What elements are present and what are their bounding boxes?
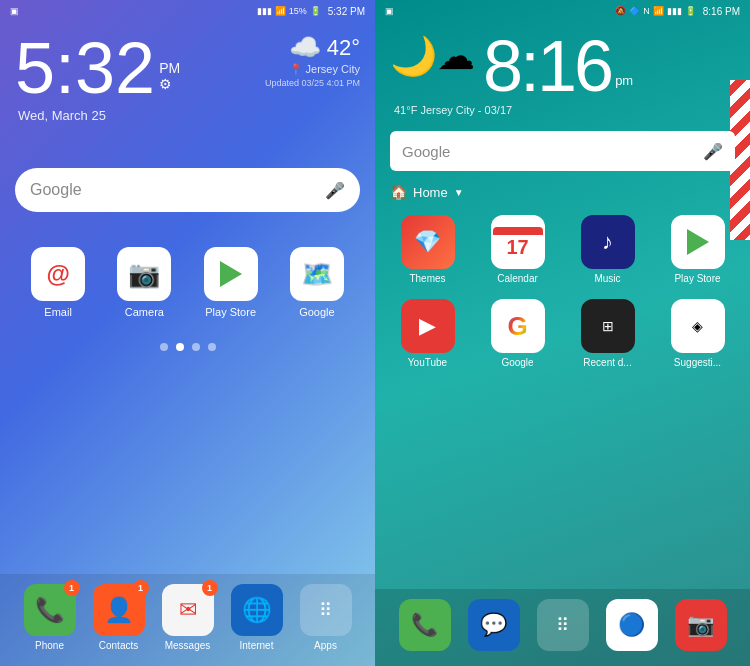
- page-dots: [0, 343, 375, 351]
- weather-temp: 42°: [327, 35, 360, 61]
- dock-apps[interactable]: ⠿ Apps: [300, 584, 352, 651]
- dot-3: [192, 343, 200, 351]
- recent-label: Recent d...: [583, 357, 631, 368]
- app-item-suggestions[interactable]: ◈ Suggesti...: [655, 294, 740, 373]
- dot-4: [208, 343, 216, 351]
- dock-phone[interactable]: 📞 1 Phone: [24, 584, 76, 651]
- app-item-camera[interactable]: 📷 Camera: [109, 247, 179, 318]
- app-item-recent[interactable]: ⊞ Recent d...: [565, 294, 650, 373]
- youtube-label: YouTube: [408, 357, 447, 368]
- contacts-badge: 1: [133, 580, 149, 596]
- right-playstore-label: Play Store: [674, 273, 720, 284]
- left-time: 5:32: [15, 32, 155, 104]
- app-item-right-google[interactable]: G Google: [475, 294, 560, 373]
- camera-label: Camera: [125, 306, 164, 318]
- playstore-label: Play Store: [205, 306, 256, 318]
- app-item-calendar[interactable]: 17 Calendar: [475, 210, 560, 289]
- right-phone-icon: 📞: [399, 599, 451, 651]
- app-item-right-playstore[interactable]: Play Store: [655, 210, 740, 289]
- left-date: Wed, March 25: [15, 108, 180, 123]
- calendar-date: 17: [506, 237, 528, 257]
- left-mic-icon[interactable]: 🎤: [325, 181, 345, 200]
- chat-icon: 💬: [468, 599, 520, 651]
- app-item-playstore[interactable]: Play Store: [196, 247, 266, 318]
- sim-icon: ▣: [10, 6, 19, 16]
- left-status-right: ▮▮▮ 📶 15% 🔋 5:32 PM: [257, 6, 365, 17]
- right-dock: 📞 💬 ⠿ 🔵 📷: [375, 589, 750, 666]
- signal-icon: 📶: [275, 6, 286, 16]
- chevron-down-icon: ▼: [454, 187, 464, 198]
- right-status-bar: ▣ 🔕 🔷 N 📶 ▮▮▮ 🔋 8:16 PM: [375, 0, 750, 22]
- messages-badge: 1: [202, 580, 218, 596]
- internet-label: Internet: [240, 640, 274, 651]
- right-nfc-icon: N: [643, 6, 650, 16]
- right-bt-icon: 🔷: [629, 6, 640, 16]
- left-clock-group: 5:32 PM ⚙ Wed, March 25: [15, 32, 180, 123]
- dock-internet[interactable]: 🌐 Internet: [231, 584, 283, 651]
- right-time-group: 8:16 pm: [483, 30, 633, 102]
- email-label: Email: [44, 306, 72, 318]
- right-status-right: 🔕 🔷 N 📶 ▮▮▮ 🔋 8:16 PM: [615, 6, 740, 17]
- right-app-grid: 💎 Themes 17 Calendar ♪ Music Play Store: [375, 205, 750, 378]
- home-icon: 🏠: [390, 184, 407, 200]
- dock-messages[interactable]: ✉ 1 Messages: [162, 584, 214, 651]
- messages-icon: ✉ 1: [162, 584, 214, 636]
- google-g-text: G: [507, 311, 527, 342]
- left-search-bar[interactable]: Google 🎤: [15, 168, 360, 212]
- app-item-email[interactable]: @ Email: [23, 247, 93, 318]
- right-time-display: 8:16 pm: [483, 30, 633, 102]
- email-icon: @: [31, 247, 85, 301]
- settings-icon: ⚙: [159, 76, 180, 92]
- apps-label: Apps: [314, 640, 337, 651]
- dock-contacts[interactable]: 👤 1 Contacts: [93, 584, 145, 651]
- right-volume-icon: 🔕: [615, 6, 626, 16]
- calendar-top-bar: [493, 227, 543, 235]
- right-search-text: Google: [402, 143, 703, 160]
- weather-location: 📍 Jersey City: [265, 63, 360, 76]
- right-google-icon: G: [491, 299, 545, 353]
- left-app-grid: @ Email 📷 Camera Play Store 🗺️ Google: [0, 237, 375, 328]
- left-ampm: PM: [159, 60, 180, 76]
- right-signal-icon: ▮▮▮: [667, 6, 682, 16]
- left-clock-area: 5:32 PM ⚙ Wed, March 25 ☁️ 42° 📍 Jersey …: [0, 22, 375, 128]
- right-play-triangle: [687, 229, 709, 255]
- right-playstore-icon: [671, 215, 725, 269]
- app-item-google[interactable]: 🗺️ Google: [282, 247, 352, 318]
- right-search-bar[interactable]: Google 🎤: [390, 131, 735, 171]
- right-camera-icon: 📷: [675, 599, 727, 651]
- app-item-themes[interactable]: 💎 Themes: [385, 210, 470, 289]
- chrome-icon: 🔵: [606, 599, 658, 651]
- right-ampm: pm: [615, 73, 633, 88]
- right-status-left: ▣: [385, 6, 394, 16]
- right-dock-chat[interactable]: 💬: [468, 599, 520, 651]
- app-item-youtube[interactable]: ▶ YouTube: [385, 294, 470, 373]
- right-clock-area: 🌙☁ 8:16 pm 41°F Jersey City - 03/17: [375, 22, 750, 121]
- home-label-row: 🏠 Home ▼: [375, 179, 750, 205]
- playstore-icon: [204, 247, 258, 301]
- music-icon: ♪: [581, 215, 635, 269]
- right-phone: ▣ 🔕 🔷 N 📶 ▮▮▮ 🔋 8:16 PM 🌙☁ 8:16 pm 41°F …: [375, 0, 750, 666]
- home-text: Home: [413, 185, 448, 200]
- left-status-bar: ▣ ▮▮▮ 📶 15% 🔋 5:32 PM: [0, 0, 375, 22]
- music-label: Music: [594, 273, 620, 284]
- suggest-icon: ◈: [671, 299, 725, 353]
- internet-icon: 🌐: [231, 584, 283, 636]
- right-wifi-icon: 📶: [653, 6, 664, 16]
- play-triangle: [220, 261, 242, 287]
- app-item-music[interactable]: ♪ Music: [565, 210, 650, 289]
- right-dock-apps[interactable]: ⠿: [537, 599, 589, 651]
- right-mic-icon[interactable]: 🎤: [703, 142, 723, 161]
- battery-icon: 🔋: [310, 6, 321, 16]
- youtube-icon: ▶: [401, 299, 455, 353]
- right-clock-row: 🌙☁ 8:16 pm: [390, 30, 735, 102]
- right-google-label: Google: [501, 357, 533, 368]
- left-search-text: Google: [30, 181, 325, 199]
- phone-icon: 📞 1: [24, 584, 76, 636]
- right-dock-phone[interactable]: 📞: [399, 599, 451, 651]
- weather-widget: ☁️ 42° 📍 Jersey City Updated 03/25 4:01 …: [265, 32, 360, 88]
- right-dock-chrome[interactable]: 🔵: [606, 599, 658, 651]
- phone-badge: 1: [64, 580, 80, 596]
- location-icon: 📍: [289, 63, 303, 75]
- calendar-label: Calendar: [497, 273, 538, 284]
- right-dock-camera[interactable]: 📷: [675, 599, 727, 651]
